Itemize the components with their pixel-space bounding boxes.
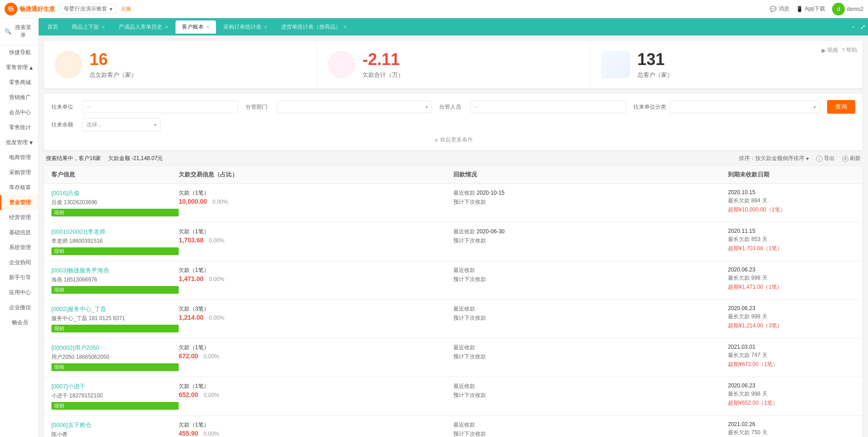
overdue-amount-2[interactable]: 超期¥1,703.68（1笔） xyxy=(728,245,855,252)
sidebar-item-app-center[interactable]: 应用中心 xyxy=(0,285,38,300)
collapse-label: 收起更多条件 xyxy=(440,136,473,144)
refresh-btn[interactable]: ↺ 刷新 xyxy=(842,155,861,162)
tab-purchase-stats[interactable]: 进货单统计表（按商品） ✕ xyxy=(275,20,353,34)
overdue-info-1: 2020.10.15 最长欠款 884 天 超期¥10,000.00（1笔） xyxy=(728,189,855,214)
tab-purchase-order-label: 采购订单统计表 xyxy=(223,23,261,31)
customer-info-7: [0006]去下粮仓 陈小希 现销 xyxy=(51,421,179,437)
sort-select[interactable]: 排序：按欠款金额倒序排序 ▾ xyxy=(739,155,809,162)
chevron-dept-icon: ▾ xyxy=(426,105,428,110)
recovery-info-2: 最近收款 2020-06-30 预计下次收款 xyxy=(453,228,728,245)
customer-info-4: [0002]服务中心_丁磊 服务中心_丁磊 181 0125 8371 现销 xyxy=(51,305,179,332)
tab-customer-account[interactable]: 客户账本 ✕ xyxy=(176,20,216,34)
orange-label[interactable]: 示施 xyxy=(121,5,131,12)
help-btn[interactable]: ? 帮助 xyxy=(842,46,857,54)
tab-purchase-stats-close[interactable]: ✕ xyxy=(343,25,347,30)
filter-balance-select[interactable]: 选择... ▾ xyxy=(82,118,161,131)
filter-unit-category-label: 往来单位分类 xyxy=(633,103,666,111)
search-button[interactable]: 查询 xyxy=(827,100,855,114)
customer-name-1[interactable]: [0016]吕俊 xyxy=(51,189,179,197)
table-header: 客户信息 欠款交易信息（占比） 回款情况 到期未收款日期 xyxy=(44,166,863,184)
message-btn[interactable]: 💬 消息 xyxy=(770,5,789,13)
tab-production-close[interactable]: ✕ xyxy=(165,25,168,30)
debt-amount-7[interactable]: 455.90 xyxy=(179,430,198,437)
sidebar-item-guide[interactable]: 新手引导 xyxy=(0,270,38,285)
stat-number-total: 131 xyxy=(637,50,673,69)
sidebar-item-finance[interactable]: 资金管理 xyxy=(0,195,38,210)
overdue-amount-1[interactable]: 超期¥10,000.00（1笔） xyxy=(728,206,855,214)
video-label: 视频 xyxy=(827,46,838,54)
debt-amount-3[interactable]: 1,471.00 xyxy=(179,275,204,282)
tab-products[interactable]: 商品上下架 ✕ xyxy=(65,20,111,34)
sidebar-item-retail-stats[interactable]: 零售统计 xyxy=(0,120,38,135)
customer-name-5[interactable]: [000002]用户2050 xyxy=(51,344,179,352)
sidebar-item-enterprise[interactable]: 企业协同 xyxy=(0,255,38,270)
video-btn[interactable]: ▶ 视频 xyxy=(822,46,838,54)
debt-amount-4[interactable]: 1,214.00 xyxy=(179,314,204,321)
sidebar-item-retail-store[interactable]: 零售商城 xyxy=(0,75,38,90)
sidebar-item-purchase[interactable]: 采购管理 xyxy=(0,165,38,180)
customer-name-2[interactable]: [0001020001]李老师 xyxy=(51,228,179,236)
sidebar-item-member[interactable]: 会员中心 xyxy=(0,105,38,120)
sidebar-item-quick-nav[interactable]: 快捷导航 xyxy=(0,45,38,60)
help-label: 帮助 xyxy=(846,46,857,54)
stat-icon-customers xyxy=(55,51,82,78)
sidebar-item-base-info[interactable]: 基础信息 xyxy=(0,225,38,240)
search-menu-btn[interactable]: 🔍 搜索菜单 xyxy=(3,22,35,41)
tab-home-label: 首页 xyxy=(47,23,58,31)
debt-percent-4: 0.00% xyxy=(209,315,225,321)
debt-amount-5[interactable]: 672.00 xyxy=(179,352,198,360)
tab-purchase-order[interactable]: 采购订单统计表 ✕ xyxy=(217,20,274,34)
chevron-balance-icon: ▾ xyxy=(154,122,156,127)
app-download-btn[interactable]: 📱 App下载 xyxy=(796,5,825,13)
filter-person: 分管人员 ··· xyxy=(439,100,626,113)
app-icon: 📱 xyxy=(796,6,803,12)
filter-person-input[interactable]: ··· xyxy=(470,100,626,113)
sidebar-item-inventory[interactable]: 库存核算 xyxy=(0,180,38,195)
data-table: 客户信息 欠款交易信息（占比） 回款情况 到期未收款日期 [0016]吕俊 吕俊… xyxy=(44,166,863,437)
customer-name-7[interactable]: [0006]去下粮仓 xyxy=(51,421,179,429)
customer-name-6[interactable]: [0007]小进干 xyxy=(51,382,179,391)
debt-total-text: 欠款金额 -21,148.07元 xyxy=(108,155,163,161)
tab-customer-close[interactable]: ✕ xyxy=(206,25,210,30)
tab-purchase-order-close[interactable]: ✕ xyxy=(264,25,267,30)
sidebar-search[interactable]: 🔍 搜索菜单 xyxy=(0,18,38,45)
tab-home[interactable]: 首页 xyxy=(41,20,65,34)
sidebar-item-batch-mgmt[interactable]: 批发管理 ▼ xyxy=(0,135,38,150)
th-overdue: 到期未收款日期 xyxy=(728,171,855,179)
overdue-amount-4[interactable]: 超期¥1,214.00（3笔） xyxy=(728,322,855,330)
customer-phone-4: 服务中心_丁磊 181 0125 8371 xyxy=(51,315,179,322)
debt-count-5: 欠款（1笔） xyxy=(179,344,453,352)
recovery-info-7: 最近收款 预计下次收款 xyxy=(453,421,728,437)
customer-name-3[interactable]: [0003]畅捷服务尹海燕 xyxy=(51,266,179,275)
overdue-amount-6[interactable]: 超期¥652.00（1笔） xyxy=(728,399,855,407)
sidebar-item-business[interactable]: 经营管理 xyxy=(0,210,38,225)
chevron-icon2: ▼ xyxy=(29,140,34,146)
search-icon: 🔍 xyxy=(5,28,11,35)
customer-tag-1: 现销 xyxy=(51,209,179,216)
industry-select[interactable]: 母婴行业演示账套 ▾ xyxy=(60,4,116,14)
tab-production[interactable]: 产成品入库单历史 ✕ xyxy=(112,20,175,34)
sidebar-item-vip[interactable]: 畅会员 xyxy=(0,315,38,330)
collapse-btn[interactable]: ∧ 收起更多条件 xyxy=(434,136,473,144)
table-row: [0007]小进干 小进干 18279152100 现销 欠款（1笔） 652.… xyxy=(44,377,863,416)
stat-icon-debt xyxy=(325,48,358,81)
sidebar-item-retail-mgmt[interactable]: 零售管理 ▲ xyxy=(0,60,38,75)
debt-amount-2[interactable]: 1,703.68 xyxy=(179,236,204,244)
sidebar-item-system[interactable]: 系统管理 xyxy=(0,240,38,255)
overdue-amount-3[interactable]: 超期¥1,471.00（1笔） xyxy=(728,283,855,291)
debt-amount-6[interactable]: 652.00 xyxy=(179,391,198,398)
filter-from-unit-input[interactable]: ··· xyxy=(82,100,238,113)
export-btn[interactable]: ↑ 导出 xyxy=(816,155,835,162)
filter-dept-input[interactable]: ▾ xyxy=(276,100,432,113)
user-area[interactable]: d demo2 xyxy=(832,3,863,15)
sidebar-item-marketing[interactable]: 营销推广 xyxy=(0,90,38,105)
tab-maximize-btn[interactable]: ⤢ xyxy=(860,23,866,31)
debt-amount-1[interactable]: 10,000.00 xyxy=(179,198,207,205)
sidebar-item-wechat[interactable]: 企业微信 xyxy=(0,300,38,315)
filter-unit-category-input[interactable]: ▾ xyxy=(670,100,820,113)
tab-minimize-btn[interactable]: － xyxy=(850,23,857,31)
customer-name-4[interactable]: [0002]服务中心_丁磊 xyxy=(51,305,179,313)
overdue-amount-5[interactable]: 超期¥672.00（1笔） xyxy=(728,361,855,368)
sidebar-item-ecommerce[interactable]: 电商管理 xyxy=(0,150,38,165)
tab-products-close[interactable]: ✕ xyxy=(101,25,105,30)
